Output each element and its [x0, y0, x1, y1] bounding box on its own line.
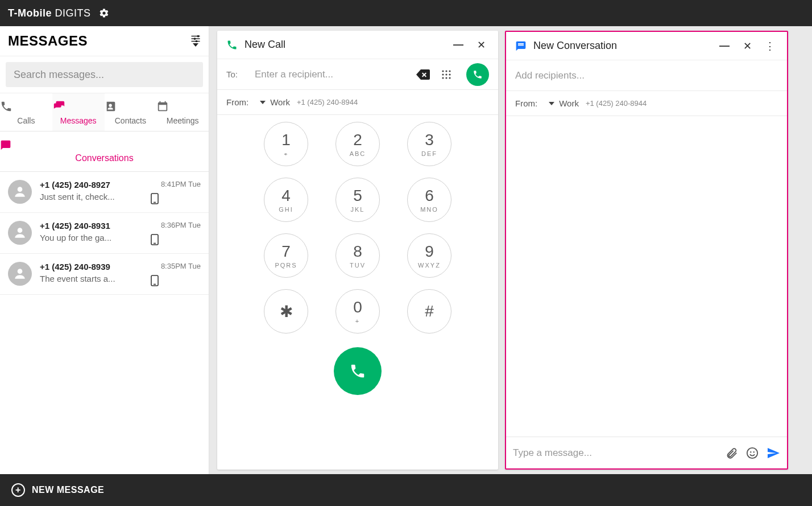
- brand-bold: T-Mobile: [8, 7, 52, 19]
- conversation-number: +1 (425) 240-8931: [40, 221, 143, 231]
- key-letters: GHI: [279, 206, 293, 213]
- svg-point-3: [197, 35, 198, 36]
- key-number: 9: [425, 242, 434, 261]
- dialpad-key[interactable]: 3DEF: [407, 122, 451, 166]
- dialpad-key[interactable]: 0+: [335, 289, 380, 334]
- more-button[interactable]: ⋮: [762, 40, 778, 52]
- conversation-preview: You up for the ga...: [40, 233, 143, 242]
- dialpad-key[interactable]: 6MNO: [407, 178, 451, 222]
- message-body: [506, 116, 787, 437]
- attachment-icon[interactable]: [726, 447, 738, 459]
- avatar: [8, 180, 32, 204]
- search-input[interactable]: [6, 62, 203, 87]
- svg-point-21: [442, 77, 444, 79]
- dialpad-key[interactable]: 4GHI: [264, 178, 308, 222]
- svg-point-23: [449, 77, 450, 79]
- avatar: [8, 262, 32, 286]
- conversation-time: 8:36PM Tue: [151, 221, 201, 229]
- dial-button[interactable]: [334, 347, 382, 395]
- contacts-icon: [105, 100, 157, 113]
- svg-point-15: [442, 70, 444, 72]
- svg-point-19: [445, 73, 447, 75]
- conversation-list: +1 (425) 240-8927 Just sent it, check...…: [0, 172, 209, 474]
- device-icon: [151, 193, 201, 204]
- phone-icon: [226, 39, 238, 51]
- brand: T-Mobile DIGITS: [8, 7, 91, 19]
- key-number: 1: [281, 131, 291, 149]
- dialpad-icon[interactable]: [441, 69, 461, 80]
- svg-point-26: [753, 451, 755, 452]
- conversation-time: 8:41PM Tue: [151, 180, 201, 188]
- dialpad-key[interactable]: ✱: [264, 289, 308, 334]
- conversation-number: +1 (425) 240-8927: [40, 180, 143, 190]
- brand-light: DIGITS: [55, 7, 91, 19]
- app-topbar: T-Mobile DIGITS: [0, 0, 812, 26]
- key-letters: PQRS: [275, 262, 297, 269]
- dialpad-key[interactable]: 5JKL: [335, 178, 380, 222]
- recipient-input[interactable]: [255, 69, 411, 80]
- key-letters: JKL: [351, 206, 365, 213]
- send-button[interactable]: [767, 446, 780, 460]
- tab-meetings[interactable]: Meetings: [156, 93, 209, 131]
- page-title: MESSAGES: [8, 33, 88, 49]
- tab-messages[interactable]: Messages: [52, 93, 105, 131]
- close-button[interactable]: ✕: [473, 39, 489, 51]
- from-label: From:: [515, 98, 537, 108]
- subtab-conversations[interactable]: Conversations: [0, 131, 209, 172]
- dialpad-key[interactable]: 9WXYZ: [407, 233, 451, 278]
- from-value: Work: [270, 97, 290, 107]
- minimize-button[interactable]: —: [716, 40, 732, 52]
- call-button[interactable]: [466, 63, 489, 86]
- conversation-time: 8:35PM Tue: [151, 262, 201, 270]
- from-selector[interactable]: Work +1 (425) 240-8944: [260, 97, 358, 107]
- phone-icon: [0, 100, 52, 113]
- key-letters: TUV: [350, 262, 366, 269]
- dialpad-key[interactable]: 2ABC: [335, 122, 380, 166]
- tab-contacts[interactable]: Contacts: [105, 93, 157, 131]
- close-button[interactable]: ✕: [739, 40, 755, 52]
- compose-input[interactable]: [513, 447, 718, 459]
- settings-icon[interactable]: [99, 8, 109, 18]
- key-letters: +: [355, 318, 360, 324]
- svg-point-9: [18, 228, 23, 233]
- tab-calls[interactable]: Calls: [0, 93, 52, 131]
- key-letters: ABC: [350, 150, 366, 157]
- new-message-label: NEW MESSAGE: [32, 485, 104, 495]
- recipient-input[interactable]: [515, 70, 778, 81]
- filter-button[interactable]: [190, 35, 201, 47]
- main-tabs: Calls Messages Contacts Meetings: [0, 93, 209, 131]
- device-icon: [151, 275, 201, 286]
- dialpad-key[interactable]: 7PQRS: [264, 233, 308, 278]
- conversation-item[interactable]: +1 (425) 240-8931 You up for the ga... 8…: [0, 213, 209, 254]
- backspace-icon[interactable]: [416, 69, 436, 80]
- from-value: Work: [559, 98, 579, 108]
- key-number: 2: [353, 131, 362, 149]
- conversation-number: +1 (425) 240-8939: [40, 262, 143, 271]
- key-letters: MNO: [420, 206, 438, 213]
- tab-calls-label: Calls: [17, 116, 35, 125]
- tab-contacts-label: Contacts: [115, 116, 146, 125]
- subtab-label: Conversations: [75, 153, 133, 163]
- dialpad-key[interactable]: 8TUV: [335, 233, 380, 278]
- plus-icon: +: [11, 483, 25, 497]
- chevron-down-icon: [260, 101, 266, 104]
- from-selector[interactable]: Work +1 (425) 240-8944: [549, 98, 647, 108]
- svg-point-22: [445, 77, 447, 79]
- emoji-icon[interactable]: [746, 447, 759, 459]
- svg-point-4: [194, 38, 195, 39]
- key-number: 5: [353, 187, 362, 205]
- new-message-button[interactable]: + NEW MESSAGE: [0, 474, 812, 506]
- conversation-item[interactable]: +1 (425) 240-8939 The event starts a... …: [0, 254, 209, 295]
- dialpad-key[interactable]: #: [407, 289, 451, 334]
- from-number: +1 (425) 240-8944: [297, 98, 358, 106]
- minimize-button[interactable]: —: [450, 39, 466, 51]
- conversation-preview: The event starts a...: [40, 274, 143, 283]
- key-number: 4: [281, 187, 291, 205]
- chat-icon: [0, 139, 209, 151]
- panel-title: New Conversation: [533, 40, 710, 52]
- tab-messages-label: Messages: [60, 116, 97, 125]
- conversation-item[interactable]: +1 (425) 240-8927 Just sent it, check...…: [0, 172, 209, 213]
- key-number: #: [425, 302, 434, 320]
- dialpad-key[interactable]: 1⧞: [264, 122, 308, 166]
- svg-point-12: [18, 269, 23, 274]
